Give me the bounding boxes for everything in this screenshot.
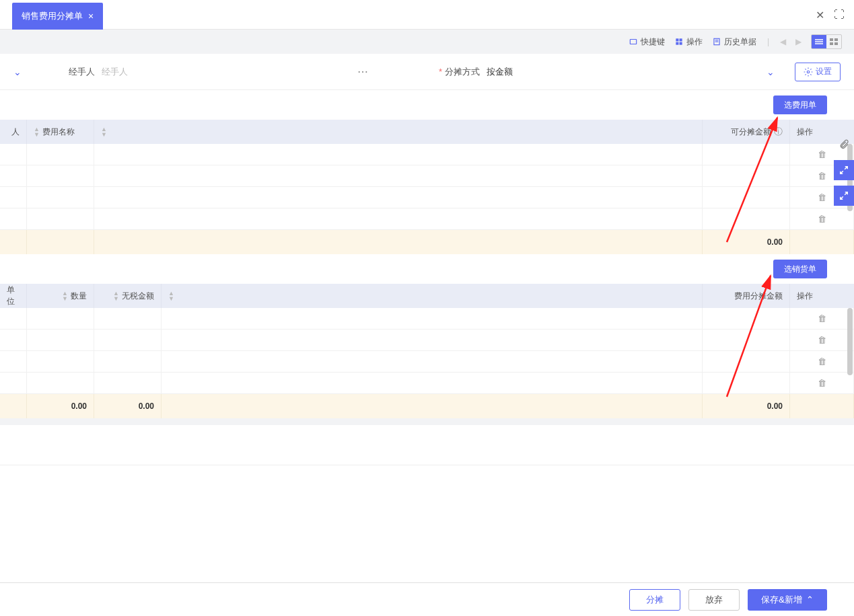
sum-qty: 0.00 [71,401,87,411]
handler-input[interactable] [102,67,357,77]
svg-rect-11 [830,38,833,41]
svg-point-15 [807,71,810,73]
table-row: 🗑 [0,144,854,165]
operate-label: 操作 [686,36,703,48]
svg-rect-0 [630,40,636,44]
svg-rect-1 [676,38,678,41]
bottom-bar: 分摊 放弃 保存&新增 ⌃ [0,582,854,616]
table-row: 🗑 [0,351,854,373]
tab-title: 销售费用分摊单 [22,10,83,22]
history-label: 历史单据 [724,36,756,48]
method-label: 分摊方式 [439,66,480,78]
trash-icon[interactable]: 🗑 [818,171,826,181]
shortcut-button[interactable]: 快捷键 [629,36,665,48]
next-icon[interactable]: ▶ [795,37,802,46]
select-sales-button[interactable]: 选销货单 [773,260,827,278]
svg-rect-12 [834,38,838,41]
chevron-up-icon: ⌃ [806,594,814,605]
toolbar: 快捷键 操作 历史单据 | ◀ ▶ [0,30,854,54]
table-row: 🗑 [0,308,854,330]
col-qty[interactable]: ▲▼数量 [27,284,94,308]
trash-icon[interactable]: 🗑 [818,214,826,224]
sum-alloc: 0.00 [767,237,783,247]
tab-sales-expense-alloc[interactable]: 销售费用分摊单 × [12,3,103,30]
table-row: 🗑 [0,330,854,351]
close-icon[interactable]: × [88,11,94,22]
settings-button[interactable]: 设置 [795,63,841,81]
col-notax[interactable]: ▲▼无税金额 [94,284,162,308]
method-chevron-icon[interactable]: ⌄ [767,67,775,77]
sum-alloc2: 0.00 [767,401,783,411]
sum-row: 0.00 [0,230,854,254]
save-new-button[interactable]: 保存&新增 ⌃ [748,589,827,611]
svg-rect-2 [679,38,682,41]
sum-notax: 0.00 [139,401,154,411]
col-person[interactable]: 人 [0,120,27,144]
handler-label: 经手人 [69,66,95,78]
scrollbar[interactable] [847,308,853,375]
svg-rect-3 [676,42,678,45]
view-grid-icon[interactable] [826,35,841,48]
expense-table: 人 ▲▼费用名称 ▲▼ 可分摊金额ⓘ 操作 🗑 🗑 🗑 🗑 0.00 [0,120,854,254]
save-new-label: 保存&新增 [761,594,802,606]
col-unit[interactable]: 单位 [0,284,27,308]
sort-icon[interactable]: ▲▼ [62,291,68,301]
sort-icon[interactable]: ▲▼ [168,291,174,301]
expand-icon[interactable] [834,160,854,180]
svg-rect-4 [679,42,682,45]
trash-icon[interactable]: 🗑 [818,192,826,202]
col-expense-name[interactable]: ▲▼费用名称 [27,120,94,144]
method-value[interactable]: 按金额 [487,66,767,78]
more-icon[interactable]: ⋯ [357,65,369,78]
discard-button[interactable]: 放弃 [688,589,740,611]
trash-icon[interactable]: 🗑 [818,149,826,159]
side-rail [834,134,854,206]
col-blank2: ▲▼ [162,284,703,308]
col-alloc2[interactable]: 费用分摊金额 [703,284,790,308]
help-icon[interactable]: ⓘ [774,126,783,138]
toolbar-separator: | [766,37,771,46]
trash-icon[interactable]: 🗑 [818,335,826,345]
sort-icon[interactable]: ▲▼ [113,291,119,301]
table-row: 🗑 [0,187,854,208]
allocate-button[interactable]: 分摊 [629,589,680,611]
close-page-icon[interactable]: ✕ [816,9,824,22]
attachment-icon[interactable] [834,134,854,155]
history-button[interactable]: 历史单据 [712,36,756,48]
select-expense-button[interactable]: 选费用单 [773,95,827,114]
operate-button[interactable]: 操作 [674,36,703,48]
col-blank: ▲▼ [94,120,703,144]
col-operate2: 操作 [790,284,854,308]
form-row: ⌄ 经手人 ⋯ 分摊方式 按金额 ⌄ 设置 [0,54,854,90]
table-row: 🗑 [0,165,854,187]
view-list-icon[interactable] [812,35,826,48]
trash-icon[interactable]: 🗑 [818,378,826,388]
svg-rect-13 [830,42,833,45]
sort-icon[interactable]: ▲▼ [34,126,40,137]
expand2-icon[interactable] [834,186,854,206]
view-toggle [811,34,842,49]
table-row: 🗑 [0,208,854,230]
shortcut-label: 快捷键 [641,36,665,48]
svg-rect-14 [834,42,838,45]
sum-row: 0.00 0.00 0.00 [0,394,854,418]
settings-label: 设置 [816,66,832,77]
fullscreen-icon[interactable]: ⛶ [834,9,845,21]
col-allocatable[interactable]: 可分摊金额ⓘ [703,120,790,144]
trash-icon[interactable]: 🗑 [818,356,826,367]
table-row: 🗑 [0,373,854,394]
sort-icon[interactable]: ▲▼ [101,126,107,137]
trash-icon[interactable]: 🗑 [818,313,826,323]
prev-icon[interactable]: ◀ [780,37,786,46]
sales-table: 单位 ▲▼数量 ▲▼无税金额 ▲▼ 费用分摊金额 操作 🗑 🗑 🗑 🗑 0.00… [0,284,854,418]
chevron-down-icon[interactable]: ⌄ [13,67,22,77]
